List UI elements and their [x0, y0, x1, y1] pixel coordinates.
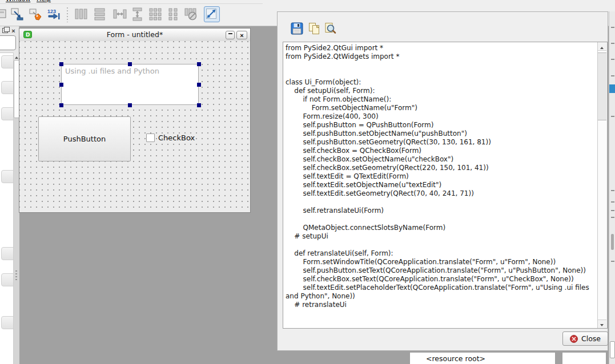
widget-box-panel: ×: [0, 26, 19, 364]
checkbox-widget[interactable]: CheckBox: [146, 133, 195, 143]
edit-tab-order-button[interactable]: 123: [46, 6, 62, 22]
scrollbar-thumb[interactable]: [598, 52, 606, 120]
scrollbar-thumb[interactable]: [611, 234, 614, 250]
edit-buddies-button[interactable]: [27, 6, 43, 22]
selected-row-fragment[interactable]: [609, 84, 615, 93]
code-line: # retranslateUi: [286, 301, 598, 309]
tree-branch-icon: [611, 190, 614, 191]
resource-root-item[interactable]: <resource root>: [426, 354, 485, 363]
tree-branch-icon: [611, 75, 614, 76]
selection-handle[interactable]: [197, 103, 201, 107]
close-window-button[interactable]: ×: [236, 31, 247, 39]
widget-box-list[interactable]: [0, 52, 14, 364]
layout-grid-button[interactable]: [147, 6, 163, 22]
dock-close-button[interactable]: ×: [10, 27, 17, 34]
tree-branch-icon: [611, 116, 614, 117]
panel-fragment: [610, 341, 615, 358]
code-line: Form.setWindowTitle(QCoreApplication.tra…: [286, 258, 598, 266]
resource-detail-panel[interactable]: [562, 352, 606, 364]
code-line: self.textEdit = QTextEdit(Form): [286, 172, 598, 181]
layout-horizontally-button[interactable]: [73, 6, 89, 22]
form-editor-window: D Form - untitled* × Using .ui files and…: [19, 28, 251, 213]
layout-vertical-icon: [93, 7, 107, 21]
menu-window[interactable]: Window: [6, 0, 30, 3]
toolbar-separator: [67, 7, 68, 22]
layout-horizontal-icon: [74, 7, 88, 21]
code-line: self.textEdit.setPlaceholderText(QCoreAp…: [286, 284, 598, 292]
tree-branch-icon: [611, 59, 614, 60]
minimize-button[interactable]: [226, 31, 235, 39]
checkbox-indicator[interactable]: [146, 134, 155, 142]
save-icon: [290, 22, 304, 35]
pushbutton-label: PushButton: [63, 135, 106, 143]
menu-help[interactable]: Help: [37, 0, 51, 3]
widget-filter-input[interactable]: [0, 35, 16, 50]
edit-widgets-icon: [0, 7, 8, 21]
form-canvas[interactable]: Using .ui files and Python PushButton Ch…: [19, 41, 250, 212]
dock-float-button[interactable]: [1, 27, 9, 34]
code-text: from PySide2.QtGui import *from PySide2.…: [283, 42, 598, 328]
save-button[interactable]: [289, 21, 305, 37]
code-line: def setupUi(self, Form):: [286, 87, 598, 95]
edit-widgets-button[interactable]: [0, 6, 9, 22]
break-layout-button[interactable]: [183, 6, 199, 22]
checkbox-label: CheckBox: [158, 134, 195, 142]
code-line: self.checkBox.setObjectName(u"checkBox"): [286, 155, 598, 164]
selection-handle[interactable]: [197, 62, 201, 66]
code-line: QMetaObject.connectSlotsByName(Form): [286, 224, 598, 232]
form-window-title: Form - untitled*: [19, 30, 250, 39]
selection-handle[interactable]: [197, 83, 201, 87]
selection-handle[interactable]: [128, 62, 132, 66]
selection-handle[interactable]: [59, 83, 63, 87]
scroll-down-icon[interactable]: [598, 319, 606, 328]
code-line: [286, 198, 598, 207]
code-line: class Ui_Form(object):: [286, 78, 598, 87]
edit-signals-slots-button[interactable]: [9, 6, 25, 22]
form-window-titlebar[interactable]: D Form - untitled* ×: [19, 29, 250, 42]
layout-horizontal-splitter-button[interactable]: [112, 6, 128, 22]
selection-handle[interactable]: [128, 103, 132, 107]
code-line: Form.resize(400, 300): [286, 112, 598, 121]
code-line: and Python", None)): [286, 292, 598, 301]
code-preview-dialog: from PySide2.QtGui import *from PySide2.…: [277, 11, 608, 351]
code-vertical-scrollbar[interactable]: [597, 42, 607, 328]
layout-vertical-splitter-button[interactable]: [130, 6, 146, 22]
code-line: self.checkBox = QCheckBox(Form): [286, 147, 598, 155]
code-line: [286, 70, 598, 78]
selection-handle[interactable]: [59, 103, 63, 107]
tree-branch-icon: [611, 27, 614, 28]
textedit-widget[interactable]: Using .ui files and Python: [61, 64, 199, 105]
right-dock-sliver: [609, 11, 615, 364]
layout-form-icon: [167, 7, 180, 21]
close-dialog-button[interactable]: Close: [562, 331, 608, 346]
code-line: from PySide2.QtWidgets import *: [286, 52, 598, 61]
splitter-grip-icon[interactable]: [15, 270, 17, 281]
selection-handle[interactable]: [59, 62, 63, 66]
find-icon: [323, 22, 337, 35]
code-line: self.retranslateUi(Form): [286, 207, 598, 215]
layout-form-button[interactable]: [166, 6, 182, 22]
code-view[interactable]: from PySide2.QtGui import *from PySide2.…: [283, 42, 608, 329]
code-line: [286, 215, 598, 224]
copy-button[interactable]: [306, 21, 322, 37]
copy-icon: [307, 22, 321, 35]
tree-branch-icon: [611, 217, 614, 218]
edit-signals-slots-icon: [10, 7, 24, 21]
code-line: self.checkBox.setGeometry(QRect(220, 150…: [286, 164, 598, 172]
close-icon: ×: [240, 32, 243, 39]
layout-horizontal-splitter-icon: [113, 7, 127, 21]
adjust-size-button[interactable]: [204, 6, 220, 22]
layout-vertically-button[interactable]: [92, 6, 108, 22]
scroll-up-icon[interactable]: [598, 42, 606, 51]
close-icon: ×: [11, 27, 15, 34]
resource-tree-panel[interactable]: <resource root>: [409, 352, 556, 364]
pushbutton-widget[interactable]: PushButton: [38, 116, 131, 161]
adjust-size-icon: [205, 7, 219, 21]
code-line: def retranslateUi(self, Form):: [286, 249, 598, 258]
float-icon: [2, 28, 8, 33]
find-button[interactable]: [322, 21, 338, 37]
tree-branch-icon: [611, 261, 614, 262]
tree-branch-icon: [611, 201, 614, 203]
code-line: # setupUi: [286, 232, 598, 241]
code-line: self.pushButton.setGeometry(QRect(30, 13…: [286, 138, 598, 147]
